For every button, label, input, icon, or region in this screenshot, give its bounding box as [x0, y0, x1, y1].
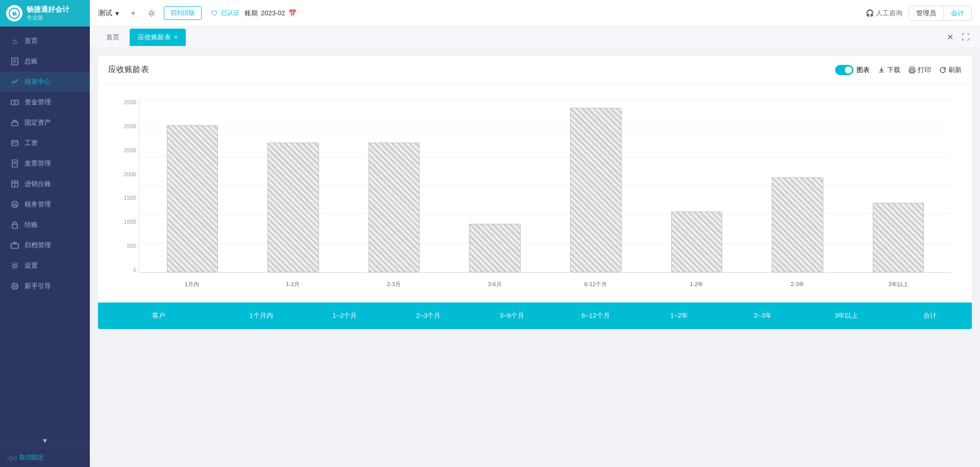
sidebar-unpin-btn[interactable]: ◁◁ 取消固定 — [0, 448, 90, 467]
sidebar-label-ledger: 总账 — [24, 57, 38, 66]
settings-icon — [10, 261, 19, 270]
svg-point-7 — [15, 82, 16, 83]
accountant-btn[interactable]: 会计 — [944, 6, 972, 21]
sidebar: 畅 畅捷通好会计 专业版 ⌂ 首页 总账 报表中心 资金管理 — [0, 0, 90, 467]
chart-plot — [139, 99, 951, 273]
sidebar-item-home[interactable]: ⌂ 首页 — [0, 31, 90, 51]
period-display: 账期 2023-02 📅 — [244, 9, 297, 18]
sidebar-item-ledger[interactable]: 总账 — [0, 51, 90, 72]
bars-container — [139, 99, 951, 272]
chart-toggle[interactable] — [835, 65, 853, 75]
download-btn[interactable]: 下载 — [878, 65, 900, 75]
chart-label: 图表 — [856, 65, 870, 75]
table-header: 客户 1个月内 1~2个月 2~3个月 3~6个月 6~12个月 1~2年 2~… — [98, 302, 972, 329]
app-name-text: 畅捷通好会计 专业版 — [27, 5, 69, 21]
svg-text:税: 税 — [13, 203, 17, 206]
bar-2 — [369, 143, 420, 272]
svg-rect-11 — [12, 122, 18, 126]
svg-rect-26 — [13, 242, 16, 244]
tax-icon: 税 — [10, 200, 19, 209]
bar-group-4 — [553, 99, 639, 272]
tab-receivable-aging[interactable]: 应收账龄表 × — [130, 29, 186, 46]
project-name: 测试 — [98, 9, 112, 18]
closing-icon — [10, 220, 19, 229]
tab-home[interactable]: 首页 — [98, 29, 128, 46]
svg-rect-31 — [910, 67, 914, 69]
sidebar-item-wages[interactable]: 工资 — [0, 133, 90, 153]
archive-icon — [10, 241, 19, 250]
svg-rect-13 — [12, 141, 18, 146]
svg-point-30 — [150, 12, 153, 15]
topbar-actions: + — [126, 6, 159, 20]
svg-rect-9 — [11, 100, 18, 105]
sidebar-item-guide[interactable]: 新手引导 — [0, 276, 90, 296]
report-container: 应收账龄表 图表 下载 打印 — [98, 56, 972, 329]
ledger-icon — [10, 57, 19, 66]
calendar-icon[interactable]: 📅 — [288, 9, 297, 17]
topbar: 测试 ▾ + 切到旧版 🛡 已认证 账期 2023-02 📅 🎧 人工咨询 管理… — [90, 0, 980, 27]
bar-4 — [570, 108, 622, 272]
expand-btn[interactable]: ⛶ — [960, 30, 972, 44]
chart-wrapper: 2500 2500 2500 2000 1500 1000 500 0 — [113, 94, 957, 293]
bar-1 — [267, 143, 319, 272]
sidebar-item-assets[interactable]: 固定资产 — [0, 112, 90, 133]
chevron-down-icon: ▾ — [115, 9, 119, 17]
sidebar-label-wages: 工资 — [24, 138, 38, 148]
user-btns: 管理员 会计 — [909, 6, 972, 21]
switch-old-version-btn[interactable]: 切到旧版 — [164, 6, 202, 20]
topbar-right: 🎧 人工咨询 管理员 会计 — [866, 6, 972, 21]
svg-point-8 — [17, 79, 18, 80]
y-axis: 2500 2500 2500 2000 1500 1000 500 0 — [113, 99, 136, 273]
bar-6 — [772, 177, 823, 272]
tabs-right-actions: ✕ ⛶ — [945, 30, 972, 44]
sidebar-item-invoices[interactable]: 发票管理 — [0, 153, 90, 174]
bar-5 — [671, 212, 723, 272]
sidebar-scroll-down[interactable]: ▼ — [0, 434, 90, 448]
project-selector[interactable]: 测试 ▾ — [98, 9, 119, 18]
sidebar-item-settings[interactable]: 设置 — [0, 255, 90, 276]
report-actions: 图表 下载 打印 刷新 — [835, 65, 962, 75]
guide-icon — [10, 282, 19, 291]
report-header: 应收账龄表 图表 下载 打印 — [98, 56, 972, 84]
reports-icon — [10, 77, 19, 86]
pin-icon: ◁◁ — [7, 454, 16, 461]
sidebar-label-guide: 新手引导 — [24, 282, 51, 291]
sidebar-logo: 畅 畅捷通好会计 专业版 — [0, 0, 90, 27]
th-1month: 1个月内 — [219, 302, 303, 329]
sidebar-label-settings: 设置 — [24, 261, 38, 270]
bar-group-7 — [855, 99, 941, 272]
tab-close-btn[interactable]: × — [174, 34, 178, 41]
th-1-2month: 1~2个月 — [303, 302, 387, 329]
settings-btn[interactable] — [144, 6, 159, 20]
bar-0 — [167, 125, 218, 272]
sidebar-label-reports: 报表中心 — [24, 77, 51, 86]
purchase-sales-icon — [10, 179, 19, 189]
chart-area: 2500 2500 2500 2000 1500 1000 500 0 — [98, 84, 972, 298]
add-btn[interactable]: + — [126, 6, 140, 20]
bar-group-3 — [452, 99, 538, 272]
svg-text:畅: 畅 — [12, 11, 17, 16]
x-axis-labels: 1月内 1-2月 2-3月 3-6月 6-12个月 1-2年 2-3年 3年以上 — [139, 275, 951, 293]
customer-service-btn[interactable]: 🎧 人工咨询 — [866, 9, 902, 18]
sidebar-item-tax[interactable]: 税 税务管理 — [0, 194, 90, 215]
sidebar-item-funds[interactable]: 资金管理 — [0, 92, 90, 112]
sidebar-item-reports[interactable]: 报表中心 — [0, 72, 90, 92]
print-btn[interactable]: 打印 — [909, 65, 931, 75]
bar-group-1 — [251, 99, 336, 272]
svg-rect-24 — [12, 224, 17, 228]
shield-icon: 🛡 — [211, 9, 218, 17]
sidebar-item-archive[interactable]: 归档管理 — [0, 235, 90, 255]
home-icon: ⌂ — [10, 36, 19, 45]
sidebar-label-assets: 固定资产 — [24, 118, 51, 127]
manager-btn[interactable]: 管理员 — [909, 6, 944, 21]
svg-point-27 — [13, 264, 16, 267]
bar-group-2 — [351, 99, 437, 272]
close-tab-btn[interactable]: ✕ — [945, 30, 955, 44]
th-total: 合计 — [888, 302, 972, 329]
refresh-btn[interactable]: 刷新 — [939, 65, 962, 75]
sidebar-item-purchase-sales[interactable]: 进销台账 — [0, 174, 90, 194]
sidebar-label-home: 首页 — [24, 36, 38, 45]
sidebar-label-invoices: 发票管理 — [24, 159, 51, 168]
sidebar-item-closing[interactable]: 结账 — [0, 215, 90, 235]
th-1-2year: 1~2年 — [638, 302, 721, 329]
